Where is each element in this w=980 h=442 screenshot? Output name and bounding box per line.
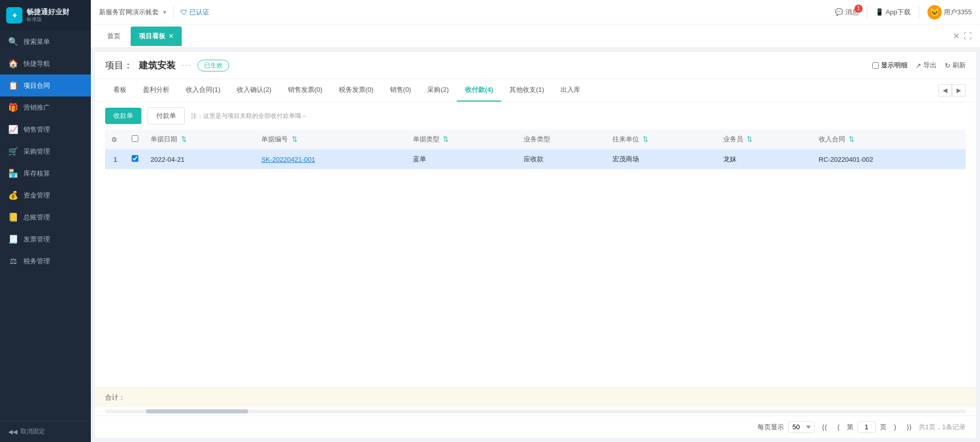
tabbar: 首页 项目看板 ✕ ✕ ⛶ [91,24,980,48]
subtabs: 看板 盈利分析 收入合同(1) 收入确认(2) 销售发票(0) 税务发票(0) … [95,79,976,102]
app-download-action[interactable]: 📱 App下载 [875,8,911,17]
subtab-kanban[interactable]: 看板 [105,79,135,102]
sidebar-item-marketing[interactable]: 🎁 营销推广 [0,96,91,118]
maximize-button[interactable]: ⛶ [964,32,972,41]
refresh-button[interactable]: ↻ 刷新 [945,61,966,70]
sidebar-item-inventory[interactable]: 🏪 库存核算 [0,162,91,184]
th-settings[interactable]: ⚙ [105,130,126,150]
subtab-income-confirm[interactable]: 收入确认(2) [229,79,280,102]
select-all-checkbox[interactable] [132,135,138,142]
subtab-profit[interactable]: 盈利分析 [135,79,178,102]
export-button[interactable]: ↗ 导出 [916,61,937,70]
sidebar-item-search[interactable]: 🔍 搜索菜单 [0,31,91,53]
next-page-button[interactable]: ⟩ [891,422,899,432]
subtab-prev-button[interactable]: ◀ [938,84,952,96]
subtab-other-expense[interactable]: 其他收支(1) [501,79,552,102]
sidebar-item-funds[interactable]: 💰 资金管理 [0,184,91,206]
sidebar-item-label: 采购管理 [23,147,50,156]
page-size-select[interactable]: 50 100 200 [788,421,815,433]
sort-icon: ⇅ [849,135,854,143]
avatar: 🐱 [927,5,942,19]
message-icon: 💬 [835,8,843,16]
topbar-divider3 [919,6,919,18]
user-action[interactable]: 🐱 用户3355 [927,5,972,19]
show-detail-checkbox[interactable]: 显示明细 [872,61,908,70]
page-unit: 页 [880,423,887,432]
tabbar-controls: ✕ ⛶ [953,31,972,41]
subtab-next-button[interactable]: ▶ [952,84,966,96]
tab-home[interactable]: 首页 [99,27,129,46]
close-window-button[interactable]: ✕ [953,31,960,41]
cell-salesperson: 龙妹 [717,150,813,169]
scrollbar-thumb[interactable] [146,409,248,413]
sidebar-unpin[interactable]: ◀◀ 取消固定 [0,421,91,442]
sort-icon: ⇅ [181,135,187,143]
th-type[interactable]: 单据类型 ⇅ [407,130,518,150]
sidebar-item-purchase-mgmt[interactable]: 🛒 采购管理 [0,140,91,162]
th-check [126,130,144,150]
prev-page-button[interactable]: ⟨ [834,422,843,432]
subtab-sales[interactable]: 销售(0) [382,79,420,102]
table-row[interactable]: 1 2022-04-21 SK-20220421-001 蓝单 应收款 宏茂商场… [105,150,966,169]
cell-number[interactable]: SK-20220421-001 [255,150,407,169]
ledger-icon: 📒 [8,212,18,222]
pay-button[interactable]: 付款单 [148,107,185,125]
last-page-button[interactable]: ⟩⟩ [903,422,915,432]
subtab-purchase[interactable]: 采购(2) [419,79,457,102]
gift-icon: 🎁 [8,103,18,112]
cell-type: 蓝单 [407,150,518,169]
show-detail-label: 显示明细 [881,61,908,70]
project-name: 建筑安装 [139,59,176,71]
th-partner[interactable]: 往来单位 ⇅ [606,130,717,150]
export-icon: ↗ [916,62,921,69]
first-page-button[interactable]: ⟨⟨ [819,422,830,432]
horizontal-scrollbar[interactable] [105,409,966,413]
subtab-warehouse[interactable]: 出入库 [552,79,589,102]
sidebar-item-project-contract[interactable]: 📋 项目合同 [0,75,91,96]
doc-number-link[interactable]: SK-20220421-001 [261,156,315,163]
project-actions: 显示明细 ↗ 导出 ↻ 刷新 [872,61,966,70]
tax-icon: ⚖ [8,256,18,266]
topbar-actions: 💬 消息 1 📱 App下载 🐱 用户3355 [835,5,972,19]
invoice-icon: 🧾 [8,234,18,244]
close-icon[interactable]: ✕ [168,33,174,40]
cell-income-contract: RC-20220401-002 [813,150,966,169]
subtab-tax-invoice[interactable]: 税务发票(0) [331,79,382,102]
sidebar-item-invoice[interactable]: 🧾 发票管理 [0,228,91,250]
demo-account[interactable]: 新服务官网演示账套 ▼ [99,8,167,17]
row-checkbox[interactable] [132,155,138,162]
search-icon: 🔍 [8,37,18,46]
sidebar-item-tax[interactable]: ⚖ 税务管理 [0,250,91,272]
sidebar: ✦ 畅捷通好业财 标准版 🔍 搜索菜单 🏠 快捷导航 📋 项目合同 🎁 营销推广 [0,0,91,442]
subtab-receive-payment[interactable]: 收付款(4) [457,79,501,102]
topbar: 新服务官网演示账套 ▼ 🛡 已认证 💬 消息 1 📱 App下载 🐱 用户335… [91,0,980,24]
certified-label: 已认证 [189,8,209,17]
messages-action[interactable]: 💬 消息 1 [835,8,859,17]
demo-account-label: 新服务官网演示账套 [99,8,159,17]
subtab-sales-invoice[interactable]: 销售发票(0) [280,79,331,102]
page-input[interactable] [857,421,876,433]
more-options-icon[interactable]: ··· [182,61,191,70]
th-salesperson[interactable]: 业务员 ⇅ [717,130,813,150]
subtab-income-contract[interactable]: 收入合同(1) [178,79,229,102]
tab-project-board-label: 项目看板 [139,32,165,41]
th-number[interactable]: 单据编号 ⇅ [255,130,407,150]
th-date[interactable]: 单据日期 ⇅ [144,130,255,150]
sales-icon: 📈 [8,125,18,134]
sidebar-item-label: 快捷导航 [23,59,50,68]
sidebar-item-sales-mgmt[interactable]: 📈 销售管理 [0,118,91,140]
filter-note: 注：这里是与项目关联的全部收付款单哦～ [191,112,307,120]
sort-icon: ⇅ [747,135,752,143]
app-download-label: App下载 [886,8,911,17]
page-label: 第 [847,423,853,432]
sidebar-item-ledger[interactable]: 📒 总账管理 [0,206,91,228]
message-badge: 1 [854,5,863,13]
phone-icon: 📱 [875,8,884,16]
sidebar-item-label: 库存核算 [23,169,50,178]
sidebar-item-label: 销售管理 [23,125,50,134]
sidebar-item-quick-nav[interactable]: 🏠 快捷导航 [0,53,91,75]
sort-icon: ⇅ [643,135,648,143]
tab-project-board[interactable]: 项目看板 ✕ [131,27,182,46]
receive-button[interactable]: 收款单 [105,108,141,124]
th-income-contract[interactable]: 收入合同 ⇅ [813,130,966,150]
